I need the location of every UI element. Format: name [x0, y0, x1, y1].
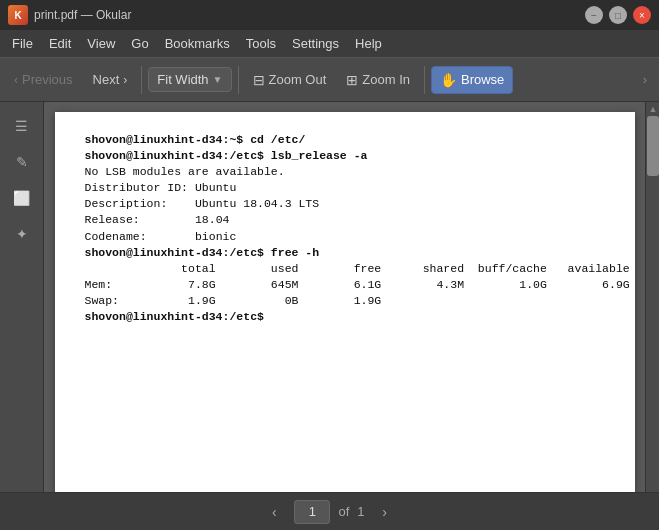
toolbar-separator-1: [141, 66, 142, 94]
menu-help[interactable]: Help: [347, 32, 390, 55]
terminal-line: No LSB modules are available.: [85, 164, 605, 180]
titlebar: K print.pdf — Okular − □ ×: [0, 0, 659, 30]
terminal-line: total used free shared buff/cache availa…: [85, 261, 605, 277]
terminal-line: shovon@linuxhint-d34:/etc$: [85, 309, 605, 325]
fit-width-label: Fit Width: [157, 72, 208, 87]
scroll-up-arrow[interactable]: ▲: [646, 102, 659, 116]
close-button[interactable]: ×: [633, 6, 651, 24]
toolbar-separator-3: [424, 66, 425, 94]
total-pages: 1: [357, 504, 364, 519]
terminal-line: Description: Ubuntu 18.04.3 LTS: [85, 196, 605, 212]
chevron-right-icon: ›: [123, 73, 127, 87]
zoom-out-label: Zoom Out: [269, 72, 327, 87]
next-label: Next: [93, 72, 120, 87]
sidebar-image-button[interactable]: ⬜: [6, 182, 38, 214]
next-button[interactable]: Next ›: [85, 67, 136, 92]
page-area[interactable]: shovon@linuxhint-d34:~$ cd /etc/ shovon@…: [44, 102, 645, 492]
toolbar-separator-2: [238, 66, 239, 94]
titlebar-left: K print.pdf — Okular: [8, 5, 131, 25]
chevron-right-icon: ›: [382, 504, 387, 520]
zoom-in-icon: ⊞: [346, 72, 358, 88]
terminal-line: shovon@linuxhint-d34:/etc$ lsb_release -…: [85, 148, 605, 164]
minimize-button[interactable]: −: [585, 6, 603, 24]
toolbar-overflow-button[interactable]: ›: [637, 67, 653, 92]
maximize-button[interactable]: □: [609, 6, 627, 24]
terminal-line: Distributor ID: Ubuntu: [85, 180, 605, 196]
hand-icon: ✋: [440, 72, 457, 88]
terminal-line: Mem: 7.8G 645M 6.1G 4.3M 1.0G 6.9G: [85, 277, 605, 293]
terminal-line: shovon@linuxhint-d34:~$ cd /etc/: [85, 132, 605, 148]
sidebar: ☰ ✎ ⬜ ✦: [0, 102, 44, 492]
sidebar-annotation-button[interactable]: ✎: [6, 146, 38, 178]
titlebar-title: print.pdf — Okular: [34, 8, 131, 22]
chevron-left-icon: ‹: [272, 504, 277, 520]
pdf-page: shovon@linuxhint-d34:~$ cd /etc/ shovon@…: [55, 112, 635, 492]
terminal-line: Release: 18.04: [85, 212, 605, 228]
toolbar: ‹ Previous Next › Fit Width ▼ ⊟ Zoom Out…: [0, 58, 659, 102]
next-page-button[interactable]: ›: [373, 500, 397, 524]
chevron-down-icon: ▼: [213, 74, 223, 85]
menu-edit[interactable]: Edit: [41, 32, 79, 55]
zoom-in-label: Zoom In: [362, 72, 410, 87]
terminal-line: Codename: bionic: [85, 229, 605, 245]
menu-view[interactable]: View: [79, 32, 123, 55]
fit-width-select[interactable]: Fit Width ▼: [148, 67, 231, 92]
menu-file[interactable]: File: [4, 32, 41, 55]
right-scrollbar[interactable]: ▲: [645, 102, 659, 492]
menu-settings[interactable]: Settings: [284, 32, 347, 55]
sidebar-toc-button[interactable]: ☰: [6, 110, 38, 142]
browse-label: Browse: [461, 72, 504, 87]
menu-go[interactable]: Go: [123, 32, 156, 55]
chevron-left-icon: ‹: [14, 73, 18, 87]
zoom-out-icon: ⊟: [253, 72, 265, 88]
pagination: ‹ 1 of 1 ›: [0, 492, 659, 530]
scroll-thumb[interactable]: [647, 116, 659, 176]
app-logo: K: [8, 5, 28, 25]
main-area: ☰ ✎ ⬜ ✦ shovon@linuxhint-d34:~$ cd /etc/…: [0, 102, 659, 492]
titlebar-controls: − □ ×: [585, 6, 651, 24]
zoom-in-button[interactable]: ⊞ Zoom In: [338, 67, 418, 93]
prev-page-button[interactable]: ‹: [262, 500, 286, 524]
page-of-label: of: [338, 504, 349, 519]
current-page-number[interactable]: 1: [294, 500, 330, 524]
menubar: File Edit View Go Bookmarks Tools Settin…: [0, 30, 659, 58]
zoom-out-button[interactable]: ⊟ Zoom Out: [245, 67, 335, 93]
browse-button[interactable]: ✋ Browse: [431, 66, 513, 94]
previous-button[interactable]: ‹ Previous: [6, 67, 81, 92]
terminal-line: shovon@linuxhint-d34:/etc$ free -h: [85, 245, 605, 261]
menu-tools[interactable]: Tools: [238, 32, 284, 55]
terminal-line: Swap: 1.9G 0B 1.9G: [85, 293, 605, 309]
menu-bookmarks[interactable]: Bookmarks: [157, 32, 238, 55]
previous-label: Previous: [22, 72, 73, 87]
sidebar-review-button[interactable]: ✦: [6, 218, 38, 250]
